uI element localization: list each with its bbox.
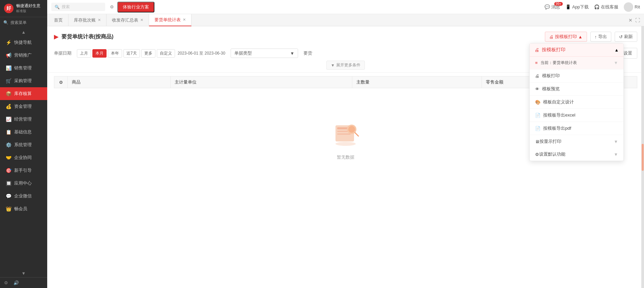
app-download-action[interactable]: 📱 App下载 [565, 4, 589, 10]
print-dropdown-item-export-excel[interactable]: 📄 按模板导出excel [530, 109, 623, 122]
print-dropdown-item-template-design[interactable]: 🎨 模板自定义设计 [530, 96, 623, 109]
sidebar-item-member[interactable]: 👑 畅会员 [0, 202, 47, 215]
col-unit: 主计量单位 [171, 76, 352, 88]
print-dropdown-default-function[interactable]: ⚙ 设置默认功能 ▼ [530, 148, 623, 161]
print-dropdown-item-template-preview[interactable]: 👁 模板预览 [530, 83, 623, 96]
online-service-action[interactable]: 🎧 在线客服 [594, 4, 618, 10]
display-print-icon: 🖥 [535, 139, 539, 144]
current-template-label: 当前：要货单统计表 [540, 60, 577, 66]
tab-expand-icon[interactable]: ⛶ [635, 18, 640, 23]
sidebar-search[interactable]: 🔍 搜索菜单 [0, 17, 47, 28]
settings-icon[interactable]: ⚙ [4, 280, 8, 285]
col-settings[interactable]: ⚙ [54, 76, 68, 88]
tab-receipt-summary-close[interactable]: ✕ [140, 18, 143, 22]
export-icon: ↑ [595, 34, 597, 39]
audio-icon[interactable]: 🔊 [13, 280, 19, 285]
sidebar-item-basic[interactable]: 📋 基础信息 [0, 126, 47, 138]
tab-batch-account-close[interactable]: ✕ [98, 18, 101, 22]
sidebar-item-label: 资金管理 [14, 103, 32, 109]
default-function-icon: ⚙ [535, 152, 539, 157]
scroll-down[interactable]: ▼ [0, 269, 47, 277]
quick-nav-icon: ⚡ [5, 39, 11, 45]
sidebar-item-label: 畅会员 [14, 206, 27, 212]
print-dropdown-display-print[interactable]: 🖥 按显示打印 ▼ [530, 135, 623, 148]
prev-month-btn[interactable]: 上月 [77, 49, 91, 58]
print-dropdown-header[interactable]: 🖨 按模板打印 ▲ [530, 43, 623, 57]
messages-action[interactable]: 💬 消息 99+ [545, 4, 560, 10]
last-7-days-btn[interactable]: 近7天 [123, 49, 140, 58]
search-icon: 🔍 [3, 20, 8, 25]
refresh-button[interactable]: ↺ 刷新 [615, 32, 637, 42]
sidebar-item-marketing[interactable]: 📢 营销推广 [0, 49, 47, 62]
sidebar-item-apps[interactable]: 🔲 应用中心 [0, 177, 47, 190]
current-month-btn[interactable]: 本月 [92, 49, 107, 58]
expand-more-btn[interactable]: ▼ 展开更多条件 [326, 61, 365, 70]
expand-arrow-icon[interactable]: ▶ [54, 33, 59, 40]
print-dropdown: 🖨 按模板打印 ▲ ≡ 当前：要货单统计表 ▼ 🖨 模板打印 👁 模板预览 🎨 … [529, 43, 624, 161]
chevron-down-icon: ▼ [290, 51, 294, 56]
tab-batch-account[interactable]: 库存批次账 ✕ [68, 14, 107, 26]
topbar-search-text: 搜索 [62, 4, 70, 10]
sidebar-item-label: 系统管理 [14, 142, 32, 148]
sidebar-item-guide[interactable]: 🎯 新手引导 [0, 164, 47, 177]
tab-order-stats[interactable]: 要货单统计表 ✕ [149, 14, 192, 26]
default-function-arrow-icon: ▼ [614, 152, 618, 157]
sidebar-item-label: 基础信息 [14, 129, 32, 135]
sidebar-item-inventory[interactable]: 📦 库存核算 [0, 87, 47, 100]
main-area: 🔍 搜索 ⚙ 体验行业方案 💬 消息 99+ 📱 App下载 🎧 在线客服 Ri… [47, 0, 644, 288]
template-design-icon: 🎨 [535, 100, 540, 105]
sidebar-item-operation[interactable]: 📈 经营管理 [0, 113, 47, 126]
tabbar-right: ✕ ⛶ [628, 18, 644, 23]
sidebar-item-sales[interactable]: 📊 销售管理 [0, 62, 47, 74]
sidebar-item-purchase[interactable]: 🛒 采购管理 [0, 74, 47, 87]
empty-icon [329, 115, 362, 149]
logo-text: 畅捷通好生意 [16, 3, 40, 9]
tab-home[interactable]: 首页 [47, 14, 68, 26]
topbar-search[interactable]: 🔍 搜索 [51, 3, 105, 11]
template-design-label: 模板自定义设计 [543, 99, 574, 105]
current-year-btn[interactable]: 本年 [108, 49, 122, 58]
template-preview-icon: 👁 [535, 87, 539, 92]
tabbar: 首页 库存批次账 ✕ 收发存汇总表 ✕ 要货单统计表 ✕ ✕ ⛶ [47, 14, 644, 26]
sidebar-item-finance[interactable]: 💰 资金管理 [0, 100, 47, 113]
more-date-btn[interactable]: 更多 [141, 49, 155, 58]
sidebar-item-system[interactable]: ⚙️ 系统管理 [0, 138, 47, 151]
print-dropdown-title-group: 🖨 按模板打印 [534, 47, 565, 53]
headset-icon: 🎧 [594, 4, 599, 9]
sidebar-item-weixin[interactable]: 💬 企业微信 [0, 190, 47, 202]
export-button[interactable]: ↑ 导出 [590, 32, 612, 42]
print-dropdown-item-export-pdf[interactable]: 📄 按模板导出pdf [530, 122, 623, 135]
export-pdf-label: 按模板导出pdf [543, 125, 571, 131]
order-type-select[interactable]: 单据类型 ▼ [231, 49, 298, 58]
print-dropdown-item-template-print[interactable]: 🖨 模板打印 [530, 69, 623, 83]
sidebar: 好 畅捷通好生意 标准版 🔍 搜索菜单 ▲ ⚡ 快捷导航 📢 营销推广 📊 销售… [0, 0, 47, 288]
tab-receipt-summary-label: 收发存汇总表 [112, 17, 138, 23]
trial-button[interactable]: 体验行业方案 [117, 2, 154, 12]
tab-receipt-summary[interactable]: 收发存汇总表 ✕ [107, 14, 149, 26]
display-print-label: 按显示打印 [539, 138, 561, 145]
logo-icon: 好 [4, 4, 13, 13]
refresh-icon: ↺ [619, 34, 623, 39]
date-buttons: 上月 本月 本年 近7天 更多 自定义 2023-06-01 至 2023-06… [77, 49, 225, 58]
print-template-button[interactable]: 🖨 按模板打印 ▲ [545, 32, 587, 42]
tab-order-stats-close[interactable]: ✕ [183, 18, 186, 22]
expand-label: 展开更多条件 [336, 62, 360, 68]
current-chevron-icon: ▼ [614, 60, 618, 65]
scroll-up[interactable]: ▲ [0, 28, 47, 36]
sidebar-item-label: 新手引导 [14, 167, 32, 173]
empty-label: 暂无数据 [337, 154, 354, 160]
sidebar-item-quick-nav[interactable]: ⚡ 快捷导航 [0, 36, 47, 49]
svg-point-6 [348, 126, 355, 133]
logo: 好 畅捷通好生意 标准版 [0, 0, 47, 17]
sidebar-item-cooperation[interactable]: 🤝 企业协同 [0, 151, 47, 164]
sidebar-item-label: 营销推广 [14, 52, 32, 58]
user-avatar[interactable]: Rit [624, 2, 640, 12]
right-scrollbar[interactable] [641, 26, 644, 288]
export-label: 导出 [598, 34, 607, 40]
sidebar-nav: ⚡ 快捷导航 📢 营销推广 📊 销售管理 🛒 采购管理 📦 库存核算 💰 资金管… [0, 36, 47, 269]
list-icon: ≡ [535, 60, 538, 65]
messages-badge: 99+ [554, 2, 563, 6]
custom-date-btn[interactable]: 自定义 [157, 49, 175, 58]
topbar-gear-icon[interactable]: ⚙ [110, 4, 114, 9]
tab-close-all-icon[interactable]: ✕ [628, 18, 633, 23]
